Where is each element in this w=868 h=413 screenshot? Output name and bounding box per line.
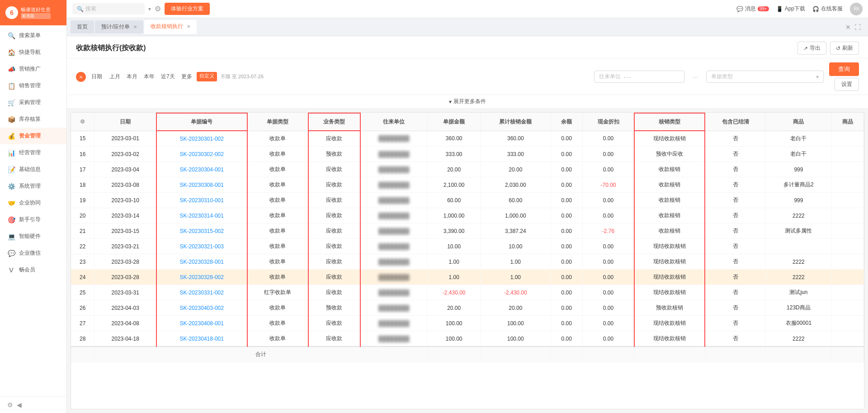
table-row: 24 2023-03-28 SK-20230328-002 收款单 应收款 ██… <box>71 270 864 285</box>
row-partner: ████████ <box>360 208 428 223</box>
industry-btn[interactable]: 体验行业方案 <box>165 3 210 15</box>
doc-no-link[interactable]: SK-20230328-002 <box>180 274 224 280</box>
collapse-icon[interactable]: ◀ <box>17 401 22 408</box>
last-month-btn[interactable]: 上月 <box>108 72 122 81</box>
row-partner: ████████ <box>360 254 428 270</box>
tab-prepay[interactable]: 预计/应付单 ✕ <box>95 20 143 33</box>
row-discount: -2.76 <box>583 223 634 239</box>
doc-type-filter[interactable]: 单据类型 ▾ <box>706 71 824 83</box>
row-doc-no: SK-20230304-001 <box>156 162 247 177</box>
row-doc-no: SK-20230331-002 <box>156 285 247 300</box>
row-product: 老白干 <box>766 147 831 162</box>
row-num: 16 <box>71 147 94 162</box>
more-dates-btn[interactable]: 更多 <box>179 72 194 81</box>
this-month-btn[interactable]: 本月 <box>125 72 139 81</box>
doc-no-link[interactable]: SK-20230408-001 <box>180 320 224 327</box>
doc-type-arrow-icon: ▾ <box>816 74 819 80</box>
row-balance: 0.00 <box>551 239 583 254</box>
topbar-search[interactable]: 🔍 搜索 <box>72 3 145 14</box>
messages-action[interactable]: 💬 消息 99+ <box>736 5 769 13</box>
tab-prepay-close[interactable]: ✕ <box>133 24 137 29</box>
row-doc-type: 收款单 <box>247 254 309 270</box>
doc-no-link[interactable]: SK-20230418-001 <box>180 336 224 342</box>
doc-no-link[interactable]: SK-20230304-001 <box>180 166 224 173</box>
sidebar-item-search[interactable]: 🔍搜索菜单 <box>0 27 66 44</box>
tab-home[interactable]: 首页 <box>71 20 94 33</box>
sidebar-item-wechat[interactable]: 💬企业微信 <box>0 245 66 261</box>
refresh-button[interactable]: ↺ 刷新 <box>830 42 859 55</box>
row-biz-type: 应收款 <box>308 193 360 208</box>
last-7-days-btn[interactable]: 近7天 <box>159 72 177 81</box>
row-balance: 0.00 <box>551 300 583 316</box>
col-product2-header: 商品 <box>831 113 863 131</box>
inventory-icon: 📦 <box>7 116 15 123</box>
row-doc-no: SK-20230418-001 <box>156 331 247 347</box>
expand-more-btn[interactable]: ▾ 展开更多条件 <box>449 98 486 105</box>
tab-writeoff-close[interactable]: ✕ <box>187 24 190 29</box>
col-partner-header: 往来单位 <box>360 113 428 131</box>
column-settings-icon[interactable]: ⚙ <box>80 119 85 125</box>
row-writeoff-amount: 1.00 <box>481 270 551 285</box>
doc-no-link[interactable]: SK-20230321-003 <box>180 243 224 250</box>
doc-no-link[interactable]: SK-20230403-002 <box>180 305 224 311</box>
doc-no-link[interactable]: SK-20230301-002 <box>180 136 224 142</box>
row-discount: 0.00 <box>583 162 634 177</box>
dropdown-arrow-icon[interactable]: ▾ <box>148 6 151 12</box>
settings-icon[interactable]: ⚙ <box>7 401 13 408</box>
sidebar-item-sales[interactable]: 📋销售管理 <box>0 77 66 94</box>
doc-no-link[interactable]: SK-20230331-002 <box>180 290 224 296</box>
sidebar-item-enterprise[interactable]: 🤝企业协同 <box>0 195 66 211</box>
row-writeoff-type: 收款核销 <box>634 177 705 193</box>
partner-filter[interactable]: 往来单位 ··· <box>594 71 684 83</box>
settings-button[interactable]: 设置 <box>835 78 859 91</box>
sidebar-item-operations[interactable]: 📊经营管理 <box>0 144 66 161</box>
gear-icon[interactable]: ⚙ <box>155 5 161 13</box>
close-window-icon[interactable]: ✕ <box>845 24 851 31</box>
purchase-icon: 🛒 <box>7 99 15 106</box>
row-product2 <box>831 316 863 331</box>
sidebar-item-guide[interactable]: 🎯新手引导 <box>0 211 66 228</box>
export-button[interactable]: ↗ 导出 <box>797 42 826 55</box>
row-num: 27 <box>71 316 94 331</box>
tab-writeoff[interactable]: 收款核销执行 ✕ <box>144 20 197 34</box>
sidebar-item-member[interactable]: V畅会员 <box>0 261 66 278</box>
row-doc-type: 收款单 <box>247 193 309 208</box>
sidebar-item-finance[interactable]: 💰资金管理 <box>0 128 66 144</box>
doc-no-link[interactable]: SK-20230315-002 <box>180 228 224 234</box>
doc-no-link[interactable]: SK-20230302-002 <box>180 151 224 157</box>
sidebar-item-hardware[interactable]: 💻智能硬件 <box>0 228 66 245</box>
date-range-display: 不限 至 2023-07-26 <box>221 73 264 80</box>
sidebar-item-inventory[interactable]: 📦库存核算 <box>0 111 66 128</box>
row-amount: 20.00 <box>427 162 481 177</box>
doc-no-link[interactable]: SK-20230310-001 <box>180 197 224 204</box>
marketing-icon: 📣 <box>7 66 15 73</box>
table-row: 26 2023-04-03 SK-20230403-002 收款单 预收款 ██… <box>71 300 864 316</box>
row-balance: 0.00 <box>551 270 583 285</box>
filter-toggle[interactable]: » <box>76 72 86 82</box>
sidebar-item-basic[interactable]: 📝基础信息 <box>0 161 66 178</box>
app-download-action[interactable]: 📱 App下载 <box>776 5 805 13</box>
doc-no-link[interactable]: SK-20230314-001 <box>180 213 224 219</box>
export-icon: ↗ <box>803 45 808 52</box>
tab-writeoff-label: 收款核销执行 <box>151 23 183 30</box>
basic-icon: 📝 <box>7 166 15 173</box>
filter-separator: ··· <box>690 73 701 81</box>
col-settings: ⚙ <box>71 113 94 131</box>
query-button[interactable]: 查询 <box>829 62 859 76</box>
sidebar-item-system[interactable]: ⚙️系统管理 <box>0 178 66 195</box>
avatar[interactable]: Rit <box>850 3 863 15</box>
doc-no-link[interactable]: SK-20230308-001 <box>180 182 224 188</box>
row-product2 <box>831 270 863 285</box>
support-action[interactable]: 🎧 在线客服 <box>812 5 843 13</box>
row-product2 <box>831 300 863 316</box>
row-num: 25 <box>71 285 94 300</box>
sidebar-item-marketing[interactable]: 📣营销推广 <box>0 61 66 77</box>
maximize-window-icon[interactable]: ⛶ <box>854 24 861 31</box>
row-num: 21 <box>71 223 94 239</box>
custom-date-btn[interactable]: 自定义 <box>197 72 217 81</box>
this-year-btn[interactable]: 本年 <box>142 72 156 81</box>
sidebar-item-purchase[interactable]: 🛒采购管理 <box>0 94 66 111</box>
doc-no-link[interactable]: SK-20230328-001 <box>180 259 224 265</box>
row-product <box>766 239 831 254</box>
sidebar-item-quick-nav[interactable]: 🏠快捷导航 <box>0 44 66 61</box>
